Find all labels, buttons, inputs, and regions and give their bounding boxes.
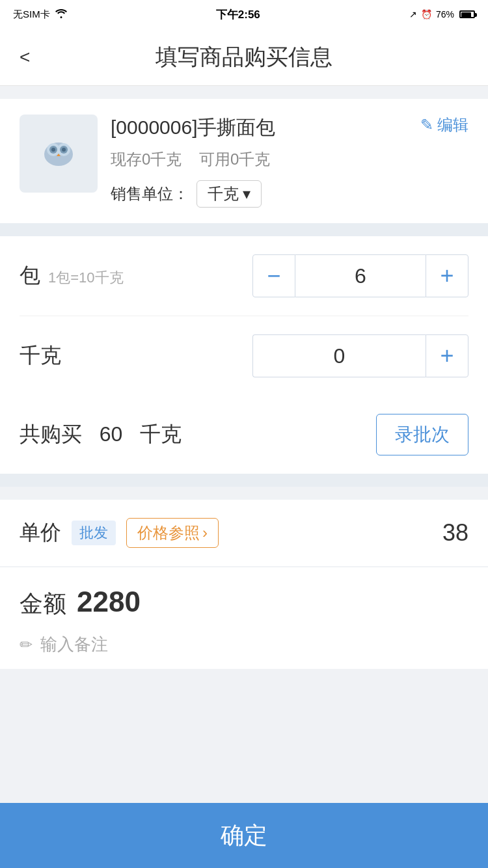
- kg-plus-button[interactable]: +: [426, 334, 468, 377]
- back-button[interactable]: <: [20, 48, 30, 66]
- bao-hint: 1包=10千克: [48, 268, 124, 288]
- amount-label: 金额 2280: [20, 586, 468, 620]
- section-divider-1: [0, 223, 488, 236]
- available-label: 可用0千克: [199, 150, 270, 168]
- remark-placeholder: 输入备注: [40, 633, 108, 656]
- price-value: 38: [442, 519, 468, 547]
- product-card: [0000006]手撕面包 现存0千克 可用0千克 销售单位： 千克 ▾ ✎ 编…: [0, 99, 488, 223]
- total-label: 共购买 60 千克: [20, 420, 182, 449]
- total-row: 共购买 60 千克 录批次: [0, 396, 488, 474]
- remark-row[interactable]: ✏ 输入备注: [20, 633, 468, 656]
- total-amount: 60: [100, 422, 123, 446]
- nav-bar: < 填写商品购买信息: [0, 29, 488, 86]
- section-divider-2: [0, 474, 488, 487]
- unit-select[interactable]: 千克 ▾: [197, 180, 262, 208]
- kg-text: 千克: [20, 342, 61, 370]
- status-bar: 无SIM卡 下午2:56 ↗ ⏰ 76%: [0, 0, 488, 29]
- battery-icon: [459, 10, 475, 18]
- price-ref-arrow: ›: [202, 524, 208, 542]
- amount-value: 2280: [77, 586, 141, 618]
- unit-value: 千克: [208, 183, 239, 204]
- price-label: 单价: [20, 519, 61, 547]
- bao-text: 包: [20, 262, 40, 290]
- product-logo: [39, 131, 78, 176]
- status-time: 下午2:56: [216, 7, 260, 22]
- battery-percent: 76%: [436, 9, 454, 20]
- svg-point-6: [62, 148, 66, 152]
- alarm-icon: ⏰: [421, 9, 432, 20]
- bao-minus-button[interactable]: −: [252, 254, 295, 297]
- svg-point-5: [51, 148, 55, 152]
- status-right: ↗ ⏰ 76%: [409, 9, 475, 20]
- edit-button[interactable]: ✎ 编辑: [420, 115, 468, 135]
- price-ref-label: 价格参照: [137, 522, 200, 543]
- product-info: [0000006]手撕面包 现存0千克 可用0千克 销售单位： 千克 ▾: [111, 115, 468, 208]
- unit-label: 销售单位：: [111, 183, 189, 204]
- product-unit: 销售单位： 千克 ▾: [111, 180, 468, 208]
- bao-plus-button[interactable]: +: [426, 254, 468, 297]
- bao-controls: − +: [252, 254, 468, 297]
- stock-label: 现存0千克: [111, 150, 182, 168]
- edit-label: 编辑: [437, 115, 468, 135]
- unit-arrow: ▾: [243, 185, 251, 203]
- kg-label: 千克: [20, 342, 252, 370]
- price-section: 单价 批发 价格参照 › 38: [0, 500, 488, 566]
- amount-text: 金额: [20, 588, 66, 620]
- batch-record-button[interactable]: 录批次: [376, 414, 468, 455]
- wifi-icon: [55, 9, 67, 20]
- amount-section: 金额 2280 ✏ 输入备注: [0, 567, 488, 669]
- product-name: [0000006]手撕面包: [111, 115, 468, 141]
- kg-quantity-row: 千克 +: [20, 316, 468, 396]
- price-tag: 批发: [72, 521, 116, 545]
- price-ref-button[interactable]: 价格参照 ›: [126, 518, 219, 548]
- edit-icon: ✎: [420, 116, 433, 134]
- carrier-text: 无SIM卡: [13, 8, 50, 21]
- product-image: [20, 115, 98, 193]
- location-icon: ↗: [409, 9, 417, 20]
- kg-input[interactable]: [252, 334, 426, 377]
- total-prefix: 共购买: [20, 422, 82, 446]
- status-left: 无SIM卡: [13, 8, 67, 21]
- bao-input[interactable]: [295, 254, 426, 297]
- total-unit: 千克: [140, 422, 182, 446]
- page-title: 填写商品购买信息: [156, 42, 332, 72]
- quantity-section: 包 1包=10千克 − + 千克 +: [0, 236, 488, 396]
- confirm-button[interactable]: 确定: [0, 803, 488, 868]
- product-stock: 现存0千克 可用0千克: [111, 149, 468, 170]
- kg-controls: +: [252, 334, 468, 377]
- bao-quantity-row: 包 1包=10千克 − +: [20, 236, 468, 316]
- pencil-icon: ✏: [20, 636, 33, 654]
- bao-label: 包 1包=10千克: [20, 262, 252, 290]
